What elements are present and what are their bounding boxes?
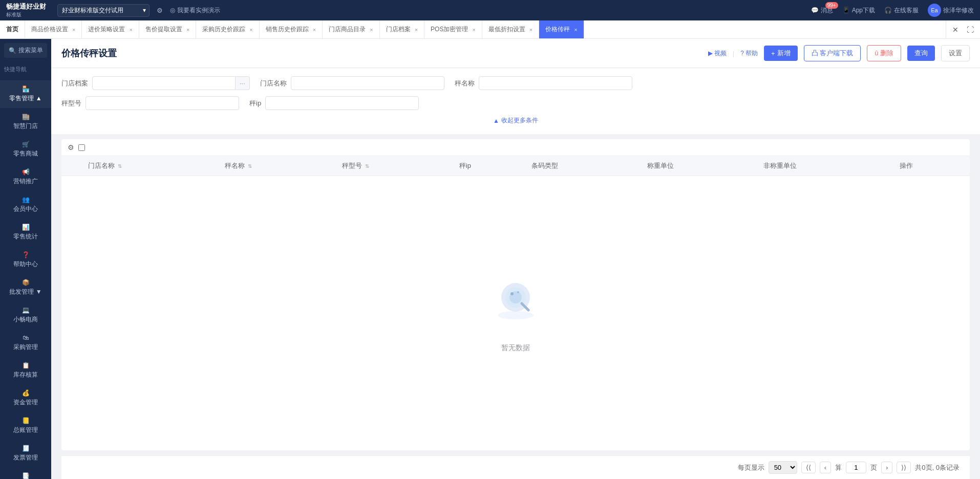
th-checkbox [61,156,82,176]
store-name-input[interactable] [291,76,444,90]
table-settings-icon[interactable]: ⚙ [68,143,74,151]
close-icon[interactable]: × [472,27,475,33]
tab-purchase-history[interactable]: 采购历史价跟踪 × [196,20,259,39]
sidebar-item-inventory[interactable]: 📋 库存核算 [0,357,51,384]
collapse-btn-area: ▲ 收起更多条件 [61,116,970,125]
collapse-icon: ▲ [493,117,499,124]
tab-label: 售价提取设置 [145,25,182,34]
prev-page-button[interactable]: ‹ [820,462,831,473]
query-button[interactable]: 查询 [907,46,935,61]
search-menu-button[interactable]: 🔍 搜索菜单 [4,43,47,58]
close-icon[interactable]: × [249,27,252,33]
add-button[interactable]: + 新增 [764,46,798,61]
message-button[interactable]: 💬 消息 99+ [811,6,833,15]
help-icon: ❓ [22,251,30,258]
sidebar-item-invoice[interactable]: 🧾 发票管理 [0,440,51,467]
page-size-select[interactable]: 10 20 50 100 [769,461,797,474]
sidebar-item-retail-management[interactable]: 🏪 零售管理 ▲ [0,80,51,108]
tab-label: 价格传秤 [545,25,570,34]
close-icon[interactable]: × [313,27,316,33]
tab-pos-management[interactable]: POS加密管理 × [424,20,482,39]
online-service-label: 在线客服 [894,6,919,15]
version-selector[interactable]: 好业财标准版交付试用 ▾ [57,4,150,17]
user-avatar: Ea [928,4,941,17]
tab-home[interactable]: 首页 [0,20,25,39]
add-icon: + [771,50,775,57]
invoice-icon: 🧾 [22,445,30,452]
sidebar-item-finance[interactable]: 💰 资金管理 [0,384,51,412]
close-icon[interactable]: × [129,27,132,33]
tab-store-catalog[interactable]: 门店商品目录 × [323,20,379,39]
demo-link[interactable]: ◎ 我要看实例演示 [170,6,220,15]
close-icon[interactable]: × [574,27,577,33]
collapse-button[interactable]: ▲ 收起更多条件 [493,116,538,125]
empty-text: 暂无数据 [501,343,530,353]
settings-icon[interactable]: ⚙ [155,5,165,16]
download-label: 凸 客户端下载 [812,49,854,58]
sidebar-item-help[interactable]: ❓ 帮助中心 [0,246,51,274]
sidebar-item-ecommerce[interactable]: 💻 小畅电商 [0,301,51,329]
table-container: ⚙ 门店名称 ⇅ 秤名称 ⇅ [61,139,970,450]
online-service-button[interactable]: 🎧 在线客服 [884,6,919,15]
select-all-checkbox[interactable] [78,144,85,151]
help-link[interactable]: ? 帮助 [740,49,758,58]
tab-sale-price[interactable]: 售价提取设置 × [139,20,196,39]
sidebar-item-member[interactable]: 👥 会员中心 [0,191,51,219]
form-item-scale-name: 秤名称 [455,76,632,90]
close-icon[interactable]: × [186,27,189,33]
next-page-button[interactable]: › [881,462,892,473]
inventory-icon: 📋 [22,362,30,369]
sidebar-item-ledger[interactable]: 📒 总账管理 [0,412,51,440]
tab-min-discount[interactable]: 最低折扣设置 × [482,20,539,39]
sidebar-item-smart-store[interactable]: 🏬 智慧门店 [0,108,51,136]
sidebar-item-purchase[interactable]: 🛍 采购管理 [0,329,51,357]
app-title: 畅捷通好业财 [6,2,46,11]
tab-purchase-strategy[interactable]: 进价策略设置 × [82,20,139,39]
tab-price-scale[interactable]: 价格传秤 × [539,20,584,39]
sidebar-item-retail-stats[interactable]: 📊 零售统计 [0,219,51,246]
scale-name-input[interactable] [479,76,632,90]
tab-product-price[interactable]: 商品价格设置 × [25,20,82,39]
close-icon[interactable]: × [72,27,75,33]
scale-ip-input[interactable] [265,96,419,110]
sidebar-item-retail-mall[interactable]: 🛒 零售商城 [0,136,51,163]
tab-store-record[interactable]: 门店档案 × [380,20,424,39]
page-label: 页 [870,463,877,472]
sidebar-item-marketing[interactable]: 📢 营销推广 [0,163,51,191]
scale-model-input[interactable] [86,96,239,110]
close-icon[interactable]: × [415,27,418,33]
sidebar-item-wholesale[interactable]: 📦 批发管理 ▼ [0,274,51,301]
first-page-button[interactable]: ⟨⟨ [801,462,816,473]
user-menu[interactable]: Ea 徐泽华修改 [928,4,974,17]
close-icon[interactable]: × [529,27,532,33]
finance-icon: 💰 [22,389,30,397]
sidebar-search: 🔍 搜索菜单 [0,39,51,62]
sidebar-item-tax[interactable]: 📑 税务管理 [0,467,51,479]
page-input[interactable] [846,462,866,473]
demo-icon: ◎ [170,7,175,14]
close-tab-icon[interactable]: ✕ [950,25,961,35]
maximize-icon[interactable]: ⛶ [965,25,976,35]
store-record-input[interactable] [92,76,236,90]
client-download-button[interactable]: 凸 客户端下载 [804,45,861,61]
video-link[interactable]: ▶ 视频 [708,49,727,58]
sidebar-quicknav: 快捷导航 [0,62,51,76]
app-download-button[interactable]: 📱 App下载 [842,6,875,15]
settings-btn[interactable]: 设置 [941,45,970,61]
tab-sales-history[interactable]: 销售历史价跟踪 × [260,20,323,39]
app-download-label: App下载 [852,6,875,15]
store-name-label: 门店名称 [260,79,287,88]
th-scale-model: 秤型号 ⇅ [336,156,453,176]
question-icon: ? [740,50,744,57]
video-label: 视频 [714,49,727,58]
page-size-label: 每页显示 [738,463,764,472]
last-page-button[interactable]: ⟩⟩ [897,462,911,473]
close-icon[interactable]: × [370,27,373,33]
tax-icon: 📑 [22,472,30,479]
delete-button[interactable]: û 删除 [867,45,901,61]
tab-label: POS加密管理 [431,25,468,34]
page-actions: ▶ 视频 | ? 帮助 + 新增 凸 客户端下载 û 删除 [708,45,970,61]
ecommerce-icon: 💻 [22,307,30,314]
store-record-extra-button[interactable]: ··· [236,76,250,90]
th-barcode-type: 条码类型 [525,156,642,176]
